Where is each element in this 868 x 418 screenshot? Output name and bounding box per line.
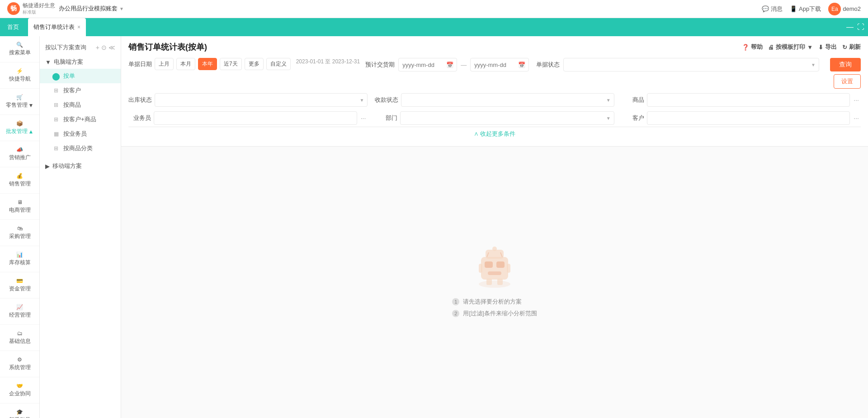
sidebar-item-guide[interactable]: 🎓 新手引导 [0,404,39,418]
current-year-btn[interactable]: 本年 [198,58,217,70]
sidebar-label-ecommerce: 电商管理 [9,206,31,214]
ship-status-select[interactable] [155,93,368,107]
search-menu-icon: 🔍 [16,42,23,48]
department-select[interactable] [400,111,614,125]
refresh-icon: ↻ [842,44,847,51]
print-button[interactable]: 🖨 按模板打印 ▼ [768,43,813,51]
sidebar-item-search[interactable]: 🔍 搜索菜单 [0,36,39,62]
sidebar-item-system[interactable]: ⚙ 系统管理 [0,351,39,377]
goods-label: 商品 [622,96,644,104]
sidebar-item-quick-nav[interactable]: ⚡ 快捷导航 [0,62,39,89]
account-name: 办公用品行业模拟账套 [59,5,118,13]
logo-subtitle: 标准版 [23,9,55,15]
scheme-item-by-order[interactable]: ⬤ 按单 [40,69,121,83]
tab-home[interactable]: 首页 [0,18,26,36]
receive-status-select[interactable] [401,93,614,107]
message-button[interactable]: 💬 消息 [762,5,783,13]
query-button[interactable]: 查询 [830,58,861,71]
maximize-icon[interactable]: ⛶ [857,23,864,31]
customer-input[interactable] [647,111,850,125]
ecommerce-icon: 🖥 [17,199,23,205]
app-download-button[interactable]: 📱 App下载 [790,5,821,13]
refresh-button[interactable]: ↻ 刷新 [842,43,861,51]
this-month-btn[interactable]: 本月 [176,58,195,70]
customer-ellipsis-button[interactable]: ··· [852,114,861,122]
svg-rect-4 [488,271,501,275]
desktop-scheme-header[interactable]: ▼ 电脑端方案 [40,55,121,69]
by-goods-icon: ⊞ [52,101,60,109]
scheme-item-by-salesman[interactable]: ▦ 按业务员 [40,127,121,141]
filter-area: 销售订单统计表(按单) ❓ 帮助 🖨 按模板打印 ▼ ⬇ [121,36,868,147]
sidebar-item-finance[interactable]: 💳 资金管理 [0,272,39,299]
sidebar-item-retail[interactable]: 🛒 零售管理 ▼ [0,89,39,115]
bill-status-select[interactable] [563,58,819,71]
sidebar-label-guide: 新手引导 [9,416,31,418]
edit-scheme-button[interactable]: ⊙ [101,44,107,51]
user-area[interactable]: Ea demo2 [828,3,861,15]
purchase-icon: 🛍 [17,225,23,232]
calendar-end-icon: 📅 [518,62,525,68]
expected-date-start-wrapper: 📅 [398,58,457,71]
query-btn-group: 查询 设置 [825,58,861,89]
collapse-bar[interactable]: ∧ 收起更多条件 [128,127,861,141]
scheme-item-by-goods[interactable]: ⊞ 按商品 [40,98,121,112]
marketing-icon: 📣 [16,147,23,153]
department-select-wrapper: ▼ [400,111,614,125]
sidebar-item-ecommerce[interactable]: 🖥 电商管理 [0,194,39,220]
sidebar-item-purchase[interactable]: 🛍 采购管理 [0,220,39,246]
wholesale-arrow-icon: ▲ [28,128,34,135]
sidebar-label-enterprise: 企业协同 [9,390,31,398]
receive-status-label: 收款状态 [375,96,398,104]
by-salesman-icon: ▦ [52,130,60,138]
custom-date-btn[interactable]: 自定义 [266,58,291,70]
tip-text-2: 用[过滤]条件来缩小分析范围 [463,309,537,318]
last-month-btn[interactable]: 上月 [155,58,174,70]
salesman-ellipsis-button[interactable]: ··· [359,114,368,122]
settings-button[interactable]: 设置 [834,74,861,89]
management-icon: 📈 [16,304,23,310]
scheme-item-by-customer-goods[interactable]: ⊞ 按客户+商品 [40,112,121,127]
tab-active[interactable]: 销售订单统计表 × [28,18,86,36]
system-icon: ⚙ [17,356,22,363]
add-scheme-button[interactable]: + [96,44,99,51]
department-filter: 部门 ▼ [375,111,614,125]
tab-close-button[interactable]: × [77,24,80,30]
goods-ellipsis-button[interactable]: ··· [852,96,861,104]
help-icon: ❓ [742,44,749,51]
sidebar-item-basic-info[interactable]: 🗂 基础信息 [0,325,39,351]
mobile-scheme-arrow-icon: ▶ [45,163,50,170]
goods-input[interactable] [647,93,850,107]
sidebar-label-purchase: 采购管理 [9,233,31,240]
sales-icon: 💰 [16,173,23,179]
help-button[interactable]: ❓ 帮助 [742,43,763,51]
receive-status-filter: 收款状态 ▼ [375,93,614,107]
avatar: Ea [828,3,841,15]
minimize-icon[interactable]: — [846,23,854,31]
by-customer-icon: ⊞ [52,87,60,94]
more-date-btn[interactable]: 更多 [245,58,264,70]
tip-text-1: 请先选择要分析的方案 [463,298,522,306]
sidebar-item-inventory[interactable]: 📊 库存核算 [0,246,39,272]
sidebar-item-management[interactable]: 📈 经营管理 [0,299,39,325]
scheme-item-by-goods-category[interactable]: ⊞ 按商品分类 [40,141,121,156]
print-icon: 🖨 [768,44,774,51]
mobile-scheme-header[interactable]: ▶ 移动端方案 [40,159,121,173]
sidebar-item-sales[interactable]: 💰 销售管理 [0,167,39,194]
tip-num-2: 2 [452,310,459,317]
sidebar-item-marketing[interactable]: 📣 营销推广 [0,141,39,167]
scheme-item-by-customer[interactable]: ⊞ 按客户 [40,83,121,98]
bill-status-label: 单据状态 [536,61,560,69]
account-dropdown[interactable]: 办公用品行业模拟账套 ▼ [59,5,124,13]
mobile-scheme-label: 移动端方案 [52,162,82,170]
sidebar-item-enterprise[interactable]: 🤝 企业协同 [0,377,39,404]
user-name: demo2 [843,5,861,12]
salesman-input[interactable] [154,111,357,125]
date-range-dash: — [461,62,467,68]
last7days-btn[interactable]: 近7天 [220,58,242,70]
retail-icon: 🛒 [16,94,23,100]
sidebar-item-wholesale[interactable]: 📦 批发管理 ▲ [0,115,39,141]
collapse-panel-button[interactable]: ≪ [108,44,115,51]
export-icon: ⬇ [818,44,823,51]
sidebar-label-search: 搜索菜单 [9,49,31,57]
export-button[interactable]: ⬇ 导出 [818,43,837,51]
